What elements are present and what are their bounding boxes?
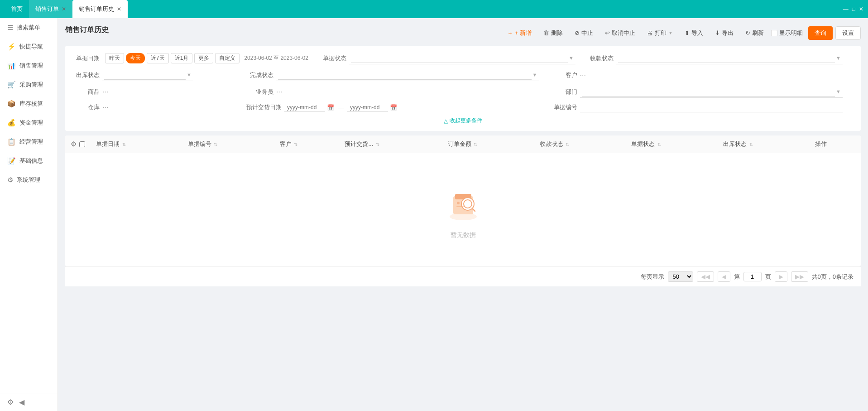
sidebar-item-sales[interactable]: 📊 销售管理 xyxy=(0,56,58,75)
th-action-label: 操作 xyxy=(815,140,827,147)
completion-status-select-wrap[interactable]: ▼ xyxy=(276,69,539,81)
stop-icon: ⊘ xyxy=(575,29,580,36)
th-receipt-status[interactable]: 收款状态 ⇅ xyxy=(534,135,626,153)
th-settings: ⚙ xyxy=(65,135,91,153)
delete-button[interactable]: 🗑 删除 xyxy=(539,27,567,39)
tab-sales-order-close[interactable]: ✕ xyxy=(62,6,66,12)
warehouse-label: 仓库 xyxy=(72,103,100,111)
next-page-button[interactable]: ▶ xyxy=(775,271,787,282)
sidebar-item-finance[interactable]: 💰 资金管理 xyxy=(0,113,58,132)
svg-point-6 xyxy=(457,202,460,204)
department-select-wrap[interactable]: ▼ xyxy=(580,86,843,98)
prev-page-button[interactable]: ◀ xyxy=(718,271,730,282)
select-all-checkbox[interactable] xyxy=(79,141,85,147)
page-input[interactable] xyxy=(743,272,762,281)
order-status-select-wrap[interactable]: ▼ xyxy=(349,52,575,64)
filter-receipt-status-item: 收款状态 ▼ xyxy=(586,52,843,64)
tab-home-label: 首页 xyxy=(11,5,23,13)
order-status-select[interactable] xyxy=(351,53,568,63)
new-button[interactable]: ＋ + 新增 xyxy=(503,27,536,39)
order-number-input[interactable] xyxy=(580,102,843,112)
th-outbound-status[interactable]: 出库状态 ⇅ xyxy=(718,135,810,153)
sidebar-item-system[interactable]: ⚙ 系统管理 xyxy=(0,170,58,189)
date-btn-7days[interactable]: 近7天 xyxy=(147,53,169,63)
import-button[interactable]: ⬆ 导入 xyxy=(680,27,708,39)
filter-warehouse-item: 仓库 ··· xyxy=(72,103,235,111)
print-button[interactable]: 🖨 打印 ▼ xyxy=(643,27,677,39)
th-receipt-status-sort-icon: ⇅ xyxy=(566,142,569,147)
tab-home[interactable]: 首页 xyxy=(5,0,29,18)
th-order-status[interactable]: 单据状态 ⇅ xyxy=(626,135,718,153)
date-btn-yesterday[interactable]: 昨天 xyxy=(105,53,124,63)
import-label: 导入 xyxy=(691,29,703,37)
table-settings-icon[interactable]: ⚙ xyxy=(71,140,77,148)
th-date[interactable]: 单据日期 ⇅ xyxy=(91,135,182,153)
date-btn-1month[interactable]: 近1月 xyxy=(171,53,193,63)
tab-sales-order-history[interactable]: 销售订单历史 ✕ xyxy=(72,0,128,18)
tab-sales-order[interactable]: 销售订单 ✕ xyxy=(29,0,72,18)
pagination-bar: 每页显示 10 20 50 100 ◀◀ ◀ 第 页 ▶ ▶▶ 共0页，0条记录 xyxy=(65,266,861,286)
window-minimize[interactable]: — xyxy=(843,6,849,12)
search-button[interactable]: 查询 xyxy=(808,26,833,40)
th-amount-label: 订单金额 xyxy=(448,140,471,147)
system-icon: ⚙ xyxy=(7,176,13,184)
window-maximize[interactable]: □ xyxy=(852,6,855,12)
stop-button[interactable]: ⊘ 中止 xyxy=(570,27,598,39)
th-number[interactable]: 单据编号 ⇅ xyxy=(182,135,274,153)
expected-delivery-end[interactable] xyxy=(347,103,388,112)
th-amount[interactable]: 订单金额 ⇅ xyxy=(442,135,534,153)
date-btn-more[interactable]: 更多 xyxy=(194,53,213,63)
calendar-end-icon[interactable]: 📅 xyxy=(390,104,397,111)
window-close[interactable]: ✕ xyxy=(859,6,863,12)
tab-sales-order-history-close[interactable]: ✕ xyxy=(117,6,121,12)
sidebar-collapse-icon[interactable]: ◀ xyxy=(19,398,24,406)
total-label: 共0页，0条记录 xyxy=(812,273,854,281)
th-expected-delivery[interactable]: 预计交货... ⇅ xyxy=(339,135,442,153)
th-date-label: 单据日期 xyxy=(96,140,120,147)
empty-text: 暂无数据 xyxy=(451,231,476,239)
collapse-row[interactable]: △ 收起更多条件 xyxy=(72,117,854,125)
warehouse-ellipsis[interactable]: ··· xyxy=(102,104,108,111)
sales-person-ellipsis[interactable]: ··· xyxy=(276,88,282,96)
date-range: 2023-06-02 至 2023-06-02 xyxy=(244,54,308,62)
sidebar-item-inventory[interactable]: 📦 库存核算 xyxy=(0,94,58,113)
completion-status-select[interactable] xyxy=(278,70,532,80)
sidebar-item-search-menu[interactable]: ☰ 搜索菜单 xyxy=(0,18,58,37)
refresh-label: 刷新 xyxy=(752,29,764,37)
expected-delivery-start[interactable] xyxy=(284,103,325,112)
date-btn-custom[interactable]: 自定义 xyxy=(215,53,240,63)
sidebar-item-purchase[interactable]: 🛒 采购管理 xyxy=(0,75,58,94)
show-detail-checkbox[interactable] xyxy=(771,30,777,36)
goods-ellipsis[interactable]: ··· xyxy=(102,88,108,96)
th-customer[interactable]: 客户 ⇅ xyxy=(274,135,340,153)
receipt-status-dropdown-icon: ▼ xyxy=(836,55,841,61)
date-btn-today[interactable]: 今天 xyxy=(126,53,145,63)
receipt-status-select-wrap[interactable]: ▼ xyxy=(616,52,843,64)
page-size-select[interactable]: 10 20 50 100 xyxy=(668,271,693,282)
sidebar-settings-icon[interactable]: ⚙ xyxy=(7,398,14,406)
outbound-status-select[interactable] xyxy=(104,70,186,80)
first-page-button[interactable]: ◀◀ xyxy=(697,271,714,282)
th-number-label: 单据编号 xyxy=(188,140,211,147)
main-layout: ☰ 搜索菜单 ⚡ 快捷导航 📊 销售管理 🛒 采购管理 📦 库存核算 💰 资金管… xyxy=(0,18,868,411)
go-to-label: 第 xyxy=(734,273,740,281)
th-order-status-label: 单据状态 xyxy=(631,140,655,147)
export-button[interactable]: ⬇ 导出 xyxy=(710,27,738,39)
outbound-status-select-wrap[interactable]: ▼ xyxy=(102,69,193,81)
expected-delivery-inputs: 📅 — 📅 xyxy=(284,103,397,112)
sidebar-item-basic-info[interactable]: 📝 基础信息 xyxy=(0,151,58,170)
customer-ellipsis[interactable]: ··· xyxy=(580,72,586,79)
sidebar-item-operation[interactable]: 📋 经营管理 xyxy=(0,132,58,151)
new-icon: ＋ xyxy=(507,29,513,37)
purchase-icon: 🛒 xyxy=(7,81,16,89)
settings-button[interactable]: 设置 xyxy=(835,26,861,40)
calendar-start-icon[interactable]: 📅 xyxy=(327,104,334,111)
cancel-stop-button[interactable]: ↩ 取消中止 xyxy=(600,27,640,39)
export-label: 导出 xyxy=(722,29,734,37)
department-select[interactable] xyxy=(582,87,835,97)
last-page-button[interactable]: ▶▶ xyxy=(791,271,808,282)
refresh-button[interactable]: ↻ 刷新 xyxy=(741,27,768,39)
sidebar-item-quick-nav[interactable]: ⚡ 快捷导航 xyxy=(0,37,58,56)
top-bar: 首页 销售订单 ✕ 销售订单历史 ✕ — □ ✕ xyxy=(0,0,868,18)
receipt-status-select[interactable] xyxy=(618,53,835,63)
